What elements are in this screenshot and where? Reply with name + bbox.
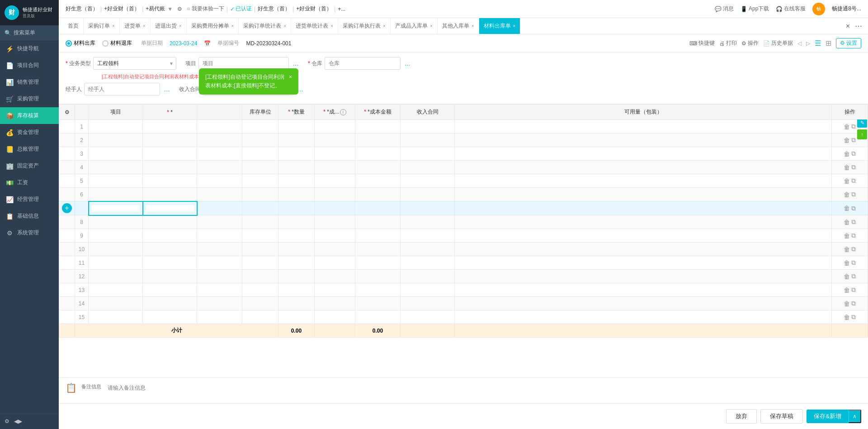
operation-btn[interactable]: ⚙ 操作 [741, 39, 759, 47]
tab-home[interactable]: 首页 [63, 18, 84, 34]
copy-row-btn[interactable]: ⧉ [851, 191, 856, 198]
save-draft-btn[interactable]: 保存草稿 [760, 409, 803, 424]
tab-other-receipt-close[interactable]: × [472, 24, 474, 29]
tab-purchase-exec[interactable]: 采购订单执行表 × [338, 18, 391, 34]
tab-purchase-receipt[interactable]: 进货单 × [120, 18, 151, 34]
row-spec[interactable] [197, 120, 242, 133]
tab-finished-goods-close[interactable]: × [430, 24, 433, 29]
delete-row-btn[interactable]: 🗑 [844, 286, 850, 294]
calendar-icon[interactable]: 📅 [204, 40, 211, 47]
sidebar-item-inventory[interactable]: 📦 库存核算 [0, 107, 59, 124]
sidebar-item-assets[interactable]: 🏢 固定资产 [0, 157, 59, 174]
sidebar-item-system[interactable]: ⚙ 系统管理 [0, 224, 59, 241]
sidebar-item-ledger[interactable]: 📒 总账管理 [0, 141, 59, 157]
copy-row-btn[interactable]: ⧉ [851, 218, 856, 226]
sidebar-item-payroll[interactable]: 💵 工资 [0, 174, 59, 191]
tab-purchase-receipt-close[interactable]: × [143, 24, 146, 29]
active-row-input-1[interactable] [92, 205, 140, 212]
user-avatar[interactable]: 畅 [812, 3, 825, 15]
sidebar-item-operations[interactable]: 📈 经营管理 [0, 191, 59, 208]
tab-material-issue[interactable]: 材料出库单 × [479, 18, 521, 34]
tab-other-receipt[interactable]: 其他入库单 × [438, 18, 479, 34]
sidebar-item-project[interactable]: 📄 项目合同 [0, 57, 59, 74]
row-material[interactable] [143, 120, 197, 133]
tab-purchase-order-close[interactable]: × [112, 24, 115, 29]
save-new-arrow-btn[interactable]: ∧ [849, 410, 861, 423]
copy-row-btn[interactable]: ⧉ [851, 300, 856, 307]
tab-return-goods-close[interactable]: × [179, 24, 182, 29]
tab-receipt-stats-close[interactable]: × [330, 24, 333, 29]
copy-row-btn[interactable]: ⧉ [851, 232, 856, 239]
delete-row-btn[interactable]: 🗑 [844, 191, 850, 198]
sidebar-item-purchase[interactable]: 🛒 采购管理 [0, 91, 59, 107]
shortcut-btn[interactable]: ⌨ 快捷键 [689, 39, 715, 47]
nav-next-btn[interactable]: ▷ [806, 40, 810, 47]
notes-icon[interactable]: 📋 [66, 382, 77, 393]
save-new-main-btn[interactable]: 保存&新增 [807, 410, 849, 423]
delete-row-btn[interactable]: 🗑 [844, 246, 850, 253]
row-quantity[interactable] [278, 120, 315, 133]
list-view-btn[interactable]: ☰ [815, 39, 821, 48]
discard-btn[interactable]: 放弃 [726, 409, 757, 424]
history-btn[interactable]: 📄 历史单据 [763, 39, 793, 47]
delete-row-btn[interactable]: 🗑 [844, 259, 850, 267]
top-nav-settings-icon[interactable]: ⚙ [177, 6, 182, 12]
grid-view-btn[interactable]: ⊞ [826, 39, 831, 48]
project-input[interactable] [198, 57, 289, 70]
top-nav-item-haoyecai2[interactable]: +好业财（首） [296, 5, 332, 13]
tab-purchase-exec-close[interactable]: × [383, 24, 386, 29]
copy-row-btn[interactable]: ⧉ [851, 163, 856, 171]
copy-row-btn[interactable]: ⧉ [851, 136, 856, 144]
delete-row-btn[interactable]: 🗑 [844, 123, 850, 130]
copy-row-btn[interactable]: ⧉ [851, 123, 856, 130]
active-row-input-2[interactable] [146, 205, 194, 212]
tab-purchase-expense[interactable]: 采购费用分摊单 × [187, 18, 239, 34]
handler-input[interactable] [84, 83, 160, 95]
delete-row-btn[interactable]: 🗑 [844, 273, 850, 280]
message-btn[interactable]: 💬 消息 [715, 5, 734, 13]
row-cost-price[interactable] [315, 120, 355, 133]
tab-material-issue-close[interactable]: × [513, 24, 516, 29]
notes-input[interactable] [106, 382, 861, 399]
sidebar-item-sales[interactable]: 📊 销售管理 [0, 74, 59, 91]
delete-row-btn[interactable]: 🗑 [844, 177, 850, 185]
top-nav-more[interactable]: +... [338, 6, 345, 12]
sidebar-item-basics[interactable]: 📋 基础信息 [0, 208, 59, 224]
copy-row-btn[interactable]: ⧉ [851, 177, 856, 185]
delete-row-btn[interactable]: 🗑 [844, 150, 850, 157]
row-cost-amount[interactable] [355, 120, 401, 133]
tooltip-close-btn[interactable]: × [289, 73, 292, 81]
project-lookup-btn[interactable]: … [292, 60, 299, 67]
delete-row-btn[interactable]: 🗑 [844, 300, 850, 307]
th-settings[interactable]: ⚙ [59, 105, 75, 120]
row-unit[interactable] [242, 120, 278, 133]
top-nav-trial-btn[interactable]: ○ 我要体验一下 [187, 5, 224, 13]
copy-row-btn[interactable]: ⧉ [851, 245, 856, 253]
row-available[interactable] [455, 120, 832, 133]
delete-row-btn[interactable]: 🗑 [844, 164, 850, 171]
tab-purchase-order[interactable]: 采购订单 × [84, 18, 120, 34]
delete-row-btn[interactable]: 🗑 [844, 137, 850, 144]
search-menu-item[interactable]: 🔍 搜索菜单 [0, 25, 59, 40]
row-income-contract[interactable] [401, 120, 455, 133]
business-type-input[interactable] [93, 57, 176, 70]
copy-row-btn[interactable]: ⧉ [851, 286, 856, 294]
sidebar-collapse-btn[interactable]: ◀▶ [14, 418, 22, 424]
top-nav-item-haoyecai[interactable]: +好业财（首） [104, 5, 140, 13]
copy-row-btn[interactable]: ⧉ [851, 272, 856, 280]
cost-price-info-icon[interactable]: i [340, 109, 346, 115]
tab-purchase-expense-close[interactable]: × [231, 24, 234, 29]
print-btn[interactable]: 🖨 打印 [719, 39, 737, 47]
tab-return-goods[interactable]: 进退出货 × [151, 18, 187, 34]
copy-row-btn[interactable]: ⧉ [851, 313, 856, 321]
right-panel-btn-3[interactable]: ↑ [857, 129, 867, 139]
sidebar-item-quick-nav[interactable]: ⚡ 快捷导航 [0, 40, 59, 57]
tab-purchase-stats-close[interactable]: × [283, 24, 286, 29]
material-return-radio[interactable]: 材料退库 [102, 39, 132, 47]
delete-row-btn[interactable]: 🗑 [844, 205, 850, 212]
top-nav-item-haoshengyi2[interactable]: 好生意（首） [258, 5, 290, 13]
app-download-btn[interactable]: 📱 App下载 [741, 5, 769, 13]
handler-lookup-btn[interactable]: … [164, 86, 170, 93]
warehouse-lookup-btn[interactable]: … [404, 60, 410, 67]
tab-more-btn[interactable]: ⋯ [854, 22, 863, 30]
